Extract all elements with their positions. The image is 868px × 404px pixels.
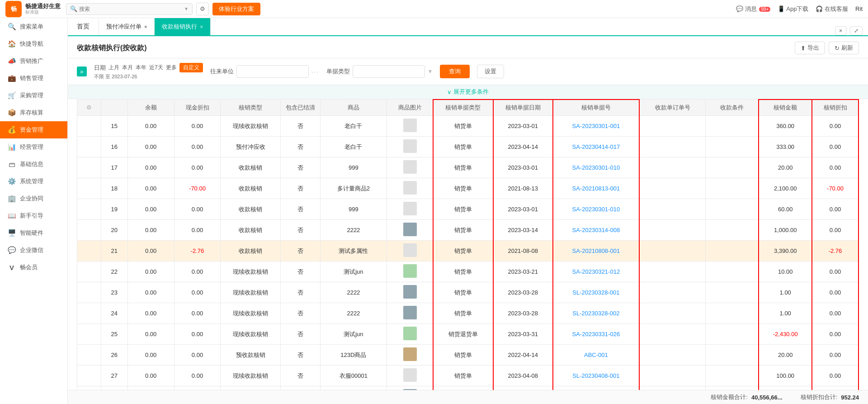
- cell-voucher-type: 销货单: [433, 241, 493, 261]
- sidebar-item-business[interactable]: 📊 经营管理: [0, 138, 67, 156]
- voucher-no-link[interactable]: SA-20230301-010: [572, 206, 620, 213]
- sidebar-item-search[interactable]: 🔍 搜索菜单: [0, 18, 67, 35]
- filter-expand-button[interactable]: »: [77, 67, 87, 76]
- voucher-no-link[interactable]: SA-20210813-001: [572, 185, 620, 192]
- close-icon[interactable]: ×: [144, 24, 147, 29]
- cell-cash-discount: 0.00: [174, 366, 221, 386]
- close-icon[interactable]: ×: [200, 24, 203, 29]
- date-option-7days[interactable]: 近7天: [149, 64, 163, 71]
- voucher-no-link[interactable]: SL-20230408-001: [572, 372, 619, 379]
- sidebar-item-hardware[interactable]: 🖥️ 智能硬件: [0, 224, 67, 242]
- marketing-icon: 📣: [7, 57, 16, 65]
- user-name[interactable]: Rit: [855, 5, 863, 12]
- app-download[interactable]: 📱 App下载: [778, 5, 808, 13]
- sidebar-item-corp[interactable]: 🏢 企业协同: [0, 190, 67, 207]
- cell-voucher-date: 2021-08-13: [493, 178, 553, 199]
- sidebar-item-basic[interactable]: 🗃 基础信息: [0, 156, 67, 173]
- sidebar-item-sales[interactable]: 💼 销售管理: [0, 70, 67, 87]
- footer-amount-label: 核销金额合计:: [711, 393, 748, 401]
- search-input[interactable]: [79, 6, 182, 12]
- page-title: 收款核销执行(按收款): [77, 43, 147, 53]
- cell-cancel-type: 现续收款核销: [221, 261, 280, 282]
- date-option-last-month[interactable]: 上月: [108, 64, 119, 71]
- voucher-no-link[interactable]: SA-20230321-012: [572, 268, 620, 275]
- tab-prepay[interactable]: 预付冲应付单 ×: [99, 18, 155, 35]
- tab-home[interactable]: 首页: [68, 18, 99, 35]
- search-bar[interactable]: 🔍 ▼: [66, 3, 193, 15]
- cell-settings: [77, 241, 101, 261]
- trial-button[interactable]: 体验行业方案: [212, 3, 260, 15]
- sidebar-item-quick-nav[interactable]: 🏠 快捷导航: [0, 35, 67, 52]
- type-label: 单据类型: [326, 67, 350, 76]
- type-input[interactable]: [353, 65, 425, 78]
- cell-voucher-type: 销货退货单: [433, 324, 493, 345]
- cell-balance: 0.00: [127, 345, 174, 366]
- voucher-no-link[interactable]: SA-20230314-008: [572, 227, 620, 233]
- sidebar-item-marketing[interactable]: 📣 营销推广: [0, 52, 67, 70]
- refresh-button[interactable]: ↻ 刷新: [829, 42, 859, 54]
- cell-cash-discount: 0.00: [174, 157, 221, 178]
- table-row: 24 0.00 0.00 现续收款核销 否 2222 销货单 2023-03-2…: [77, 303, 859, 324]
- sidebar-item-system[interactable]: ⚙️ 系统管理: [0, 173, 67, 190]
- purchase-icon: 🛒: [7, 91, 16, 100]
- cell-settings: [77, 303, 101, 324]
- cell-goods-img: [387, 137, 433, 157]
- cell-closed: 否: [280, 366, 320, 386]
- cell-goods: 999: [320, 157, 387, 178]
- date-option-this-year[interactable]: 本年: [136, 64, 146, 71]
- query-button[interactable]: 查询: [440, 65, 470, 78]
- online-service[interactable]: 🎧 在线客服: [816, 5, 848, 13]
- sidebar-item-finance[interactable]: 💰 资金管理: [0, 121, 67, 138]
- cell-settings: [77, 220, 101, 241]
- voucher-no-link[interactable]: SA-20230331-026: [572, 331, 620, 337]
- message-badge: 99+: [759, 7, 770, 12]
- cell-voucher-date: 2023-03-01: [493, 157, 553, 178]
- voucher-no-link[interactable]: SL-20230328-001: [572, 289, 619, 296]
- voucher-no-link[interactable]: SA-20210808-001: [572, 247, 620, 254]
- table-row: 27 0.00 0.00 现续收款核销 否 衣服00001 销货单 2023-0…: [77, 366, 859, 386]
- sidebar-item-guide[interactable]: 📖 新手引导: [0, 207, 67, 224]
- expand-more-button[interactable]: ∨ 展开更多条件: [447, 88, 489, 96]
- sidebar: 🔍 搜索菜单 🏠 快捷导航 📣 营销推广 💼 销售管理 🛒 采购管理 📦 库存核…: [0, 18, 68, 404]
- date-option-more[interactable]: 更多: [166, 64, 177, 71]
- sidebar-item-purchase[interactable]: 🛒 采购管理: [0, 87, 67, 104]
- cell-goods-img: [387, 241, 433, 261]
- voucher-no-link[interactable]: SA-20230414-017: [572, 143, 620, 150]
- export-button[interactable]: ⬆ 导出: [795, 42, 825, 54]
- table-row: 28 0.00 0.00 现续收款核销 否 2222 销货单 2023-04-1…: [77, 386, 859, 390]
- cell-settings: [77, 366, 101, 386]
- cell-cash-discount: -70.00: [174, 178, 221, 199]
- cell-goods-img: [387, 261, 433, 282]
- date-option-this-month[interactable]: 本月: [122, 64, 133, 71]
- close-tab-button[interactable]: ×: [835, 26, 846, 35]
- cell-voucher-date: 2023-04-18: [493, 386, 553, 390]
- maximize-button[interactable]: ⤢: [850, 26, 863, 35]
- cell-closed: 否: [280, 241, 320, 261]
- cell-balance: 0.00: [127, 178, 174, 199]
- unit-dots: ···: [311, 68, 319, 75]
- voucher-no-link[interactable]: SA-20230301-010: [572, 164, 620, 171]
- voucher-no-link[interactable]: SA-20230301-001: [572, 123, 620, 129]
- date-custom-button[interactable]: 自定义: [179, 63, 203, 72]
- voucher-no-link[interactable]: ABC-001: [584, 352, 608, 358]
- top-bar-right: 💬 消息 99+ 📱 App下载 🎧 在线客服 Rit: [736, 5, 863, 13]
- settings-button[interactable]: 设置: [477, 65, 504, 78]
- tab-receipt-cancel[interactable]: 收款核销执行 ×: [155, 18, 210, 35]
- sidebar-item-wechat[interactable]: 💬 企业微信: [0, 242, 67, 259]
- cell-receipt-order: [639, 366, 706, 386]
- export-icon: ⬆: [801, 45, 806, 52]
- sidebar-item-vip[interactable]: V 畅会员: [0, 259, 67, 276]
- sidebar-item-inventory[interactable]: 📦 库存核算: [0, 104, 67, 121]
- voucher-no-link[interactable]: SL-20230328-002: [572, 310, 619, 317]
- cell-balance: 0.00: [127, 137, 174, 157]
- th-settings[interactable]: ⚙: [77, 100, 101, 116]
- gear-btn[interactable]: ⚙: [196, 3, 209, 15]
- cell-goods-img: [387, 157, 433, 178]
- message-icon[interactable]: 💬 消息 99+: [736, 5, 770, 13]
- cell-closed: 否: [280, 157, 320, 178]
- column-settings-icon[interactable]: ⚙: [86, 104, 92, 111]
- cell-voucher-no: SA-20210808-001: [553, 241, 639, 261]
- top-bar: 畅 畅捷通好生意 标准版 🔍 ▼ ⚙ 体验行业方案 💬 消息 99+ 📱 App…: [0, 0, 868, 18]
- table-row: 19 0.00 0.00 收款核销 否 999 销货单 2023-03-01 S…: [77, 199, 859, 220]
- unit-input[interactable]: [236, 65, 309, 78]
